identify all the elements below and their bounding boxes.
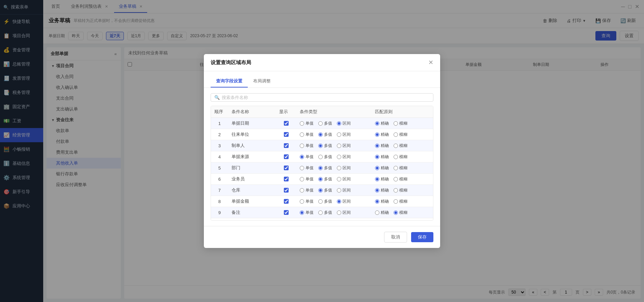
show-checkbox[interactable]: [284, 121, 289, 126]
cell-show: [276, 207, 296, 218]
type-single-option[interactable]: 单值: [300, 210, 314, 216]
config-row: 10单据编号单值多值区间精确模糊: [211, 218, 433, 221]
cell-order: 5: [211, 162, 228, 174]
type-multi-option[interactable]: 多值: [318, 154, 332, 160]
match-exact-option[interactable]: 精确: [375, 199, 389, 204]
type-single-option[interactable]: 单值: [300, 132, 314, 137]
type-multi-option[interactable]: 多值: [318, 187, 332, 193]
cell-order: 10: [211, 218, 228, 221]
type-range-option[interactable]: 区间: [337, 210, 351, 216]
cell-order: 2: [211, 129, 228, 140]
show-checkbox[interactable]: [284, 143, 289, 148]
show-checkbox[interactable]: [284, 166, 289, 170]
modal-header: 设置查询区域布局 ✕: [204, 54, 440, 71]
match-exact-option[interactable]: 精确: [375, 154, 389, 160]
match-exact-option[interactable]: 精确: [375, 132, 389, 137]
cell-type: 单值多值区间: [296, 207, 372, 218]
config-row: 2往来单位单值多值区间精确模糊: [211, 129, 433, 140]
match-exact-option[interactable]: 精确: [375, 165, 389, 171]
show-checkbox[interactable]: [284, 177, 289, 181]
cell-order: 1: [211, 118, 228, 129]
cell-show: [276, 140, 296, 151]
show-checkbox[interactable]: [284, 132, 289, 137]
config-row: 3制单人单值多值区间精确模糊: [211, 140, 433, 151]
th-order: 顺序: [211, 106, 228, 118]
cell-show: [276, 118, 296, 129]
cell-show: [276, 162, 296, 174]
config-row: 9备注单值多值区间精确模糊: [211, 207, 433, 218]
match-fuzzy-option[interactable]: 模糊: [394, 154, 407, 160]
cell-type: 单值多值区间: [296, 118, 372, 129]
match-fuzzy-option[interactable]: 模糊: [394, 176, 407, 182]
modal-overlay: 设置查询区域布局 ✕ 查询字段设置 布局调整 🔍: [0, 0, 644, 302]
type-single-option[interactable]: 单值: [300, 199, 314, 204]
cell-type: 单值多值区间: [296, 174, 372, 185]
match-fuzzy-option[interactable]: 模糊: [394, 210, 407, 216]
type-range-option[interactable]: 区间: [337, 154, 351, 160]
type-multi-option[interactable]: 多值: [318, 132, 332, 137]
config-row: 6业务员单值多值区间精确模糊: [211, 174, 433, 185]
type-single-option[interactable]: 单值: [300, 143, 314, 149]
config-table-scroll: 顺序 条件名称 显示 条件类型 匹配原则 1单据日期单值多值区间精确模糊2往来单…: [211, 106, 433, 221]
cell-type: 单值多值区间: [296, 218, 372, 221]
modal-tab-layout[interactable]: 布局调整: [248, 75, 276, 87]
type-multi-option[interactable]: 多值: [318, 165, 332, 171]
cell-name: 部门: [228, 162, 276, 174]
type-single-option[interactable]: 单值: [300, 154, 314, 160]
cell-name: 往来单位: [228, 129, 276, 140]
modal: 设置查询区域布局 ✕ 查询字段设置 布局调整 🔍: [204, 54, 440, 248]
match-fuzzy-option[interactable]: 模糊: [394, 132, 407, 137]
th-match: 匹配原则: [372, 106, 433, 118]
match-fuzzy-option[interactable]: 模糊: [394, 143, 407, 149]
type-single-option[interactable]: 单值: [300, 176, 314, 182]
cell-match: 精确模糊: [372, 151, 433, 162]
cell-show: [276, 196, 296, 207]
type-multi-option[interactable]: 多值: [318, 210, 332, 216]
type-single-option[interactable]: 单值: [300, 121, 314, 126]
type-range-option[interactable]: 区间: [337, 165, 351, 171]
cell-type: 单值多值区间: [296, 151, 372, 162]
type-multi-option[interactable]: 多值: [318, 143, 332, 149]
cell-type: 单值多值区间: [296, 196, 372, 207]
show-checkbox[interactable]: [284, 199, 289, 204]
cell-name: 单据来源: [228, 151, 276, 162]
modal-title: 设置查询区域布局: [211, 59, 251, 66]
modal-tab-query-fields[interactable]: 查询字段设置: [211, 75, 248, 87]
match-fuzzy-option[interactable]: 模糊: [394, 165, 407, 171]
type-range-option[interactable]: 区间: [337, 187, 351, 193]
type-range-option[interactable]: 区间: [337, 199, 351, 204]
cell-type: 单值多值区间: [296, 129, 372, 140]
show-checkbox[interactable]: [284, 210, 289, 215]
modal-save-button[interactable]: 保存: [411, 232, 433, 242]
cell-type: 单值多值区间: [296, 140, 372, 151]
match-fuzzy-option[interactable]: 模糊: [394, 121, 407, 126]
match-exact-option[interactable]: 精确: [375, 176, 389, 182]
type-multi-option[interactable]: 多值: [318, 176, 332, 182]
config-row: 5部门单值多值区间精确模糊: [211, 162, 433, 174]
match-fuzzy-option[interactable]: 模糊: [394, 187, 407, 193]
show-checkbox[interactable]: [284, 188, 289, 193]
match-exact-option[interactable]: 精确: [375, 121, 389, 126]
type-range-option[interactable]: 区间: [337, 143, 351, 149]
type-single-option[interactable]: 单值: [300, 165, 314, 171]
match-exact-option[interactable]: 精确: [375, 187, 389, 193]
type-multi-option[interactable]: 多值: [318, 121, 332, 126]
cell-show: [276, 185, 296, 196]
type-range-option[interactable]: 区间: [337, 176, 351, 182]
match-fuzzy-option[interactable]: 模糊: [394, 199, 407, 204]
show-checkbox[interactable]: [284, 154, 289, 159]
match-exact-option[interactable]: 精确: [375, 143, 389, 149]
modal-close-button[interactable]: ✕: [428, 59, 433, 66]
cancel-button[interactable]: 取消: [384, 232, 407, 243]
tab-query-fields-label: 查询字段设置: [216, 78, 242, 83]
condition-search-input[interactable]: [222, 95, 430, 100]
cell-match: 精确模糊: [372, 218, 433, 221]
modal-body: 🔍 顺序 条件名称 显示 条件类型 匹配原则: [204, 88, 440, 226]
match-exact-option[interactable]: 精确: [375, 210, 389, 216]
modal-tabs: 查询字段设置 布局调整: [204, 71, 440, 88]
type-range-option[interactable]: 区间: [337, 132, 351, 137]
type-range-option[interactable]: 区间: [337, 121, 351, 126]
config-row: 7仓库单值多值区间精确模糊: [211, 185, 433, 196]
type-single-option[interactable]: 单值: [300, 187, 314, 193]
type-multi-option[interactable]: 多值: [318, 199, 332, 204]
